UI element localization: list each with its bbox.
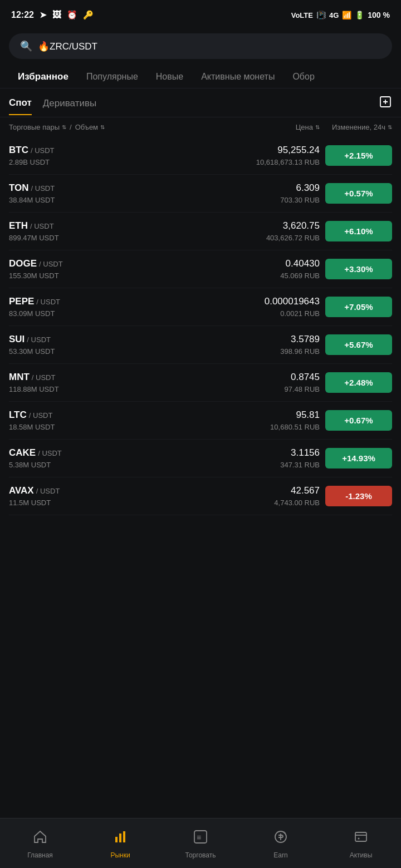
coin-name: MNT: [9, 372, 30, 383]
coin-info: BTC / USDT 2.89B USDT: [9, 145, 164, 166]
table-row[interactable]: BTC / USDT 2.89B USDT 95,255.24 10,618,6…: [9, 137, 392, 175]
tab-popular[interactable]: Популярные: [77, 66, 147, 87]
svg-rect-2: [119, 834, 121, 842]
tab-turnover[interactable]: Обор: [283, 66, 323, 87]
coin-pair: / USDT: [30, 222, 54, 230]
nav-trade[interactable]: ≡ Торговать: [178, 829, 223, 859]
coin-pair: / USDT: [31, 146, 55, 155]
change-badge: +0.67%: [325, 410, 392, 431]
coin-info: CAKE / USDT 5.38M USDT: [9, 447, 164, 469]
table-row[interactable]: AVAX / USDT 11.5M USDT 42.567 4,743.00 R…: [9, 477, 392, 515]
coin-pair: / USDT: [31, 184, 55, 193]
coin-volume: 899.47M USDT: [9, 234, 164, 242]
earn-icon: +: [273, 829, 288, 849]
pair-sort-icon[interactable]: ⇅: [62, 124, 66, 130]
coin-volume: 2.89B USDT: [9, 158, 164, 166]
table-row[interactable]: CAKE / USDT 5.38M USDT 3.1156 347.31 RUB…: [9, 440, 392, 477]
coin-pair: / USDT: [32, 373, 56, 382]
coin-info: AVAX / USDT 11.5M USDT: [9, 485, 164, 507]
table-row[interactable]: LTC / USDT 18.58M USDT 95.81 10,680.51 R…: [9, 402, 392, 440]
volume-sort-icon[interactable]: ⇅: [100, 124, 105, 130]
svg-rect-8: [355, 832, 366, 841]
nav-home[interactable]: Главная: [18, 829, 62, 859]
change-badge: +5.67%: [325, 334, 392, 355]
coin-info: ETH / USDT 899.47M USDT: [9, 220, 164, 242]
coin-info: LTC / USDT 18.58M USDT: [9, 410, 164, 431]
coin-info: MNT / USDT 118.88M USDT: [9, 372, 164, 393]
coin-name: TON: [9, 183, 29, 194]
coin-pair: / USDT: [27, 336, 51, 344]
coin-prices: 95,255.24 10,618,673.13 RUB: [164, 145, 320, 166]
table-row[interactable]: PEPE / USDT 83.09M USDT 0.000019643 0.00…: [9, 288, 392, 326]
coin-price-main: 95.81: [164, 410, 320, 421]
network-icon: 4G: [329, 11, 339, 19]
tab-favorites[interactable]: Избранное: [9, 66, 77, 88]
nav-markets-label: Рынки: [110, 851, 130, 859]
nav-markets[interactable]: Рынки: [98, 829, 143, 859]
nav-earn[interactable]: + Earn: [258, 829, 303, 859]
coin-pair: / USDT: [29, 411, 53, 420]
price-sort-icon[interactable]: ⇅: [315, 124, 320, 130]
bottom-nav: Главная Рынки ≡ Торговать +: [0, 818, 401, 868]
coin-prices: 3.5789 398.96 RUB: [164, 334, 320, 356]
coin-prices: 0.8745 97.48 RUB: [164, 372, 320, 393]
coin-price-rub: 347.31 RUB: [164, 461, 320, 469]
coin-info: PEPE / USDT 83.09M USDT: [9, 296, 164, 318]
nav-home-label: Главная: [27, 851, 53, 859]
col-pair-label: Торговые пары: [9, 123, 60, 131]
nav-trade-label: Торговать: [185, 851, 216, 859]
change-badge: +14.93%: [325, 448, 392, 468]
edit-icon[interactable]: [379, 95, 392, 117]
coin-prices: 6.309 703.30 RUB: [164, 183, 320, 204]
status-bar: 12:22 ➤ 🖼 ⏰ 🔑 VoLTE 📳 4G 📶 🔋 100 %: [0, 0, 401, 29]
search-icon: 🔍: [20, 40, 32, 52]
status-time: 12:22: [11, 10, 34, 20]
send-icon: ➤: [40, 10, 47, 20]
coin-volume: 155.30M USDT: [9, 272, 164, 280]
tab-active-coins[interactable]: Активные монеты: [192, 66, 283, 87]
coin-price-rub: 10,680.51 RUB: [164, 423, 320, 431]
coin-price-main: 3,620.75: [164, 220, 320, 231]
coin-name: DOGE: [9, 258, 37, 269]
table-row[interactable]: ETH / USDT 899.47M USDT 3,620.75 403,626…: [9, 213, 392, 250]
table-row[interactable]: SUI / USDT 53.30M USDT 3.5789 398.96 RUB…: [9, 326, 392, 364]
clock-icon: ⏰: [67, 10, 77, 20]
table-row[interactable]: TON / USDT 38.84M USDT 6.309 703.30 RUB …: [9, 175, 392, 213]
coin-prices: 3.1156 347.31 RUB: [164, 447, 320, 469]
signal-icon: 📶: [342, 11, 351, 19]
trade-icon: ≡: [193, 829, 208, 849]
change-badge: +0.57%: [325, 183, 392, 204]
coin-pair: / USDT: [36, 487, 60, 495]
coin-price-rub: 703.30 RUB: [164, 196, 320, 204]
coin-price-main: 95,255.24: [164, 145, 320, 156]
svg-text:≡: ≡: [197, 833, 201, 842]
search-text: 🔥ZRC/USDT: [38, 41, 97, 52]
coin-volume: 38.84M USDT: [9, 196, 164, 204]
change-sort-icon[interactable]: ⇅: [388, 124, 392, 130]
trade-type-tabs: Спот Деривативы: [0, 88, 401, 117]
col-price-label: Цена: [296, 123, 313, 131]
table-row[interactable]: MNT / USDT 118.88M USDT 0.8745 97.48 RUB…: [9, 364, 392, 402]
change-badge: -1.23%: [325, 486, 392, 506]
coin-volume: 118.88M USDT: [9, 385, 164, 393]
svg-point-9: [358, 837, 360, 839]
coin-price-main: 42.567: [164, 485, 320, 496]
coin-price-main: 0.8745: [164, 372, 320, 383]
coin-volume: 18.58M USDT: [9, 423, 164, 431]
table-row[interactable]: DOGE / USDT 155.30M USDT 0.40430 45.069 …: [9, 250, 392, 288]
vibrate-icon: 📳: [316, 11, 326, 19]
coin-info: SUI / USDT 53.30M USDT: [9, 334, 164, 356]
col-volume-label: Объем: [75, 123, 98, 131]
change-badge: +7.05%: [325, 297, 392, 317]
tab-derivatives[interactable]: Деривативы: [43, 98, 96, 115]
coin-name: SUI: [9, 334, 25, 345]
coin-prices: 95.81 10,680.51 RUB: [164, 410, 320, 431]
tab-new[interactable]: Новые: [147, 66, 192, 87]
key-icon: 🔑: [83, 10, 94, 20]
search-bar[interactable]: 🔍 🔥ZRC/USDT: [9, 33, 392, 59]
tab-spot[interactable]: Спот: [9, 97, 32, 115]
coin-name: AVAX: [9, 485, 34, 496]
battery-percent: 100 %: [368, 11, 390, 19]
svg-text:+: +: [283, 830, 286, 836]
nav-assets[interactable]: Активы: [339, 829, 383, 859]
